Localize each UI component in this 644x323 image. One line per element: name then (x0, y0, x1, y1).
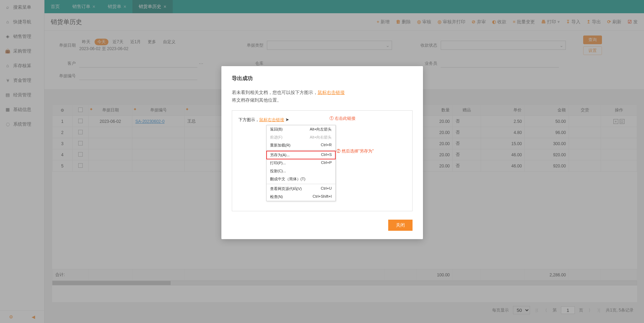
modal-overlay: 导出成功 若未看到相关文档，您也可以按下方图示，鼠标右击链接 将文档存储到其他位… (0, 0, 644, 323)
annotation-2: ② 然后选择"另存为" (336, 148, 374, 154)
right-click-link[interactable]: 鼠标右击链接 (318, 90, 345, 95)
instruction-box: 下方图示，鼠标右击链接 ➤ ① 右击此链接 返回(B)Alt+向左箭头前进(F)… (232, 110, 413, 211)
annotation-1: ① 右击此链接 (329, 116, 356, 121)
context-menu-item: 翻成中文（简体）(T) (267, 175, 335, 183)
context-menu-item: 打印(P)...Ctrl+P (267, 159, 335, 167)
modal-title: 导出成功 (232, 75, 413, 82)
context-menu-item: 另存为(A)...Ctrl+S (267, 151, 335, 159)
context-menu-item: 返回(B)Alt+向左箭头 (267, 125, 335, 133)
modal-line1: 若未看到相关文档，您也可以按下方图示，鼠标右击链接 (232, 89, 413, 96)
close-button[interactable]: 关闭 (388, 220, 413, 231)
modal-line2: 将文档存储到其他位置。 (232, 96, 413, 104)
demo-link[interactable]: 鼠标右击链接 (259, 117, 284, 122)
context-menu-item: 重新加载(R)Ctrl+R (267, 141, 335, 149)
context-menu-item: 投射(C)... (267, 167, 335, 175)
context-menu-item: 查看网页源代码(V)Ctrl+U (267, 185, 335, 193)
context-menu-item: 检查(N)Ctrl+Shift+I (267, 193, 335, 201)
export-success-modal: 导出成功 若未看到相关文档，您也可以按下方图示，鼠标右击链接 将文档存储到其他位… (221, 66, 423, 239)
demo-context-menu: 返回(B)Alt+向左箭头前进(F)Alt+向右箭头重新加载(R)Ctrl+R另… (266, 125, 336, 201)
cursor-icon: ➤ (285, 117, 289, 122)
context-menu-item: 前进(F)Alt+向右箭头 (267, 133, 335, 141)
